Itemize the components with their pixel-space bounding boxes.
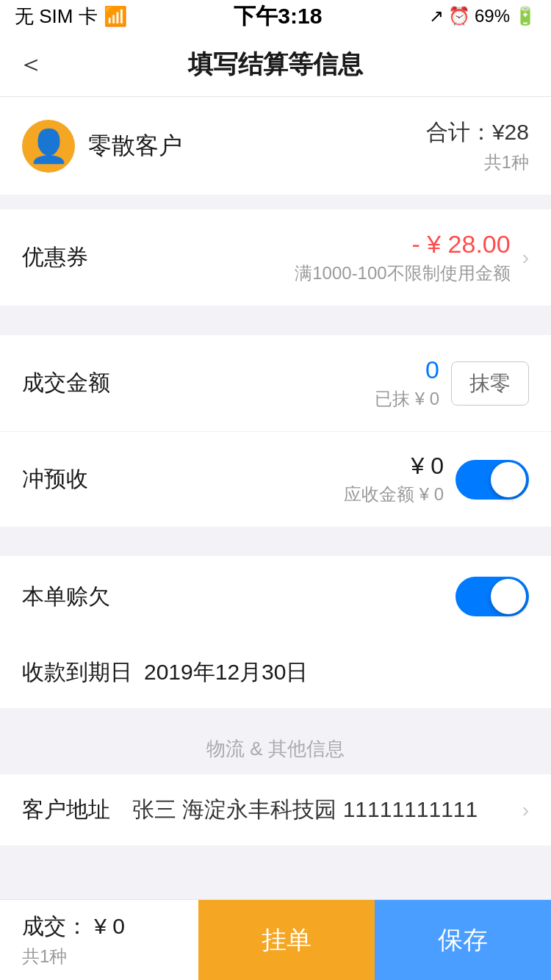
prepay-amount: ¥ 0	[344, 453, 444, 480]
section-divider-1	[0, 320, 551, 335]
customer-total: 合计：¥28 共1种	[426, 118, 529, 174]
address-value: 张三 海淀永丰科技园 11111111111	[132, 795, 500, 825]
deal-amount-label: 成交金额	[22, 368, 110, 398]
debt-toggle[interactable]	[455, 577, 529, 616]
bottom-deal-label: 成交：	[22, 914, 88, 938]
toggle-knob	[491, 462, 526, 497]
due-date-row: 收款到期日 2019年12月30日	[0, 637, 551, 708]
debt-label: 本单赊欠	[22, 582, 110, 612]
prepay-receivable: 应收金额 ¥ 0	[344, 483, 444, 506]
location-icon: ↗	[429, 6, 444, 26]
wifi-icon: 📶	[104, 5, 127, 28]
due-date-value: 2019年12月30日	[144, 657, 308, 688]
address-row[interactable]: 客户地址 张三 海淀永丰科技园 11111111111 ›	[0, 774, 551, 846]
coupon-right-text: - ¥ 28.00 满1000-100不限制使用金额	[295, 230, 510, 285]
alarm-icon: ⏰	[448, 6, 470, 26]
avatar-icon: 👤	[29, 127, 69, 165]
bottom-info: 成交： ¥ 0 共1种	[0, 912, 198, 968]
customer-name: 零散客户	[88, 130, 182, 162]
coupon-card: 优惠券 - ¥ 28.00 满1000-100不限制使用金额 ›	[0, 209, 551, 306]
status-right: ↗ ⏰ 69% 🔋	[429, 6, 536, 26]
deal-amount-right: 0 已抹 ¥ 0 抹零	[375, 356, 529, 411]
save-button[interactable]: 保存	[375, 900, 551, 981]
status-bar: 无 SIM 卡 📶 下午3:18 ↗ ⏰ 69% 🔋	[0, 0, 551, 32]
status-left: 无 SIM 卡 📶	[15, 4, 127, 29]
coupon-right: - ¥ 28.00 满1000-100不限制使用金额 ›	[295, 230, 529, 285]
coupon-row[interactable]: 优惠券 - ¥ 28.00 满1000-100不限制使用金额 ›	[0, 209, 551, 306]
hang-button[interactable]: 挂单	[198, 900, 375, 981]
address-label: 客户地址	[22, 795, 110, 825]
address-chevron: ›	[522, 799, 529, 822]
logistics-divider: 物流 & 其他信息	[0, 723, 551, 774]
bottom-deal: 成交： ¥ 0	[22, 912, 176, 942]
back-button[interactable]: ＜	[18, 46, 44, 82]
total-amount: 合计：¥28	[426, 118, 529, 148]
prepayment-right: ¥ 0 应收金额 ¥ 0	[344, 453, 529, 506]
coupon-amount: - ¥ 28.00	[295, 230, 510, 259]
content: 👤 零散客户 合计：¥28 共1种 优惠券 - ¥ 28.00 满1000-10…	[0, 97, 551, 956]
prepayment-row: 冲预收 ¥ 0 应收金额 ¥ 0	[0, 432, 551, 527]
bottom-count: 共1种	[22, 945, 176, 968]
deal-amount-row: 成交金额 0 已抹 ¥ 0 抹零	[0, 335, 551, 432]
prepayment-text: ¥ 0 应收金额 ¥ 0	[344, 453, 444, 506]
customer-row: 👤 零散客户 合计：¥28 共1种	[0, 97, 551, 195]
customer-info: 👤 零散客户	[22, 120, 182, 173]
prepayment-label: 冲预收	[22, 464, 88, 494]
deal-amount-value: 0	[375, 356, 439, 384]
address-card: 客户地址 张三 海淀永丰科技园 11111111111 ›	[0, 774, 551, 846]
coupon-desc: 满1000-100不限制使用金额	[295, 262, 510, 285]
battery-percentage: 69%	[475, 6, 510, 26]
deal-prepay-card: 成交金额 0 已抹 ¥ 0 抹零 冲预收 ¥ 0 应收金额 ¥ 0	[0, 335, 551, 527]
nav-bar: ＜ 填写结算等信息	[0, 32, 551, 97]
sim-status: 无 SIM 卡	[15, 4, 98, 29]
already-deducted: 已抹 ¥ 0	[375, 387, 439, 411]
debt-row: 本单赊欠	[0, 556, 551, 637]
deal-amount-text: 0 已抹 ¥ 0	[375, 356, 439, 411]
page-title: 填写结算等信息	[188, 48, 363, 82]
debt-toggle-knob	[491, 579, 526, 614]
avatar: 👤	[22, 120, 75, 173]
status-time: 下午3:18	[234, 1, 322, 32]
prepayment-toggle[interactable]	[455, 460, 529, 500]
bottom-deal-amount: ¥ 0	[94, 914, 125, 938]
customer-card: 👤 零散客户 合计：¥28 共1种	[0, 97, 551, 195]
round-zero-button[interactable]: 抹零	[451, 361, 529, 406]
due-date-label: 收款到期日	[22, 657, 132, 688]
debt-card: 本单赊欠 收款到期日 2019年12月30日	[0, 556, 551, 708]
coupon-chevron: ›	[522, 246, 529, 270]
battery-icon: 🔋	[514, 6, 536, 26]
bottom-bar: 成交： ¥ 0 共1种 挂单 保存	[0, 899, 551, 980]
total-count: 共1种	[426, 151, 529, 174]
coupon-label: 优惠券	[22, 242, 88, 273]
logistics-title: 物流 & 其他信息	[206, 736, 345, 762]
section-divider-2	[0, 541, 551, 556]
